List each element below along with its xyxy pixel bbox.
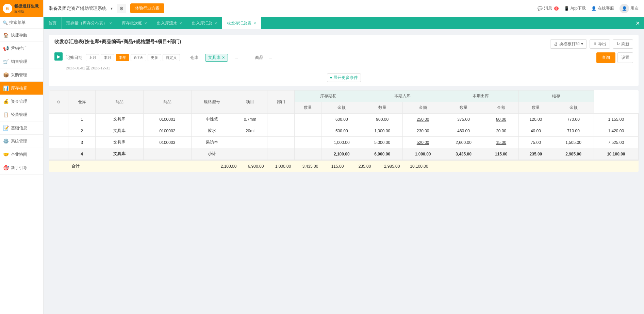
date-btn-last-month[interactable]: 上月 [86,54,99,61]
row-dept [294,114,321,125]
row-open-amt: 1,000.00 [362,125,402,137]
row-close-amt: 7,525.00 [594,137,638,148]
sidebar-item-quick-nav[interactable]: 🏠 快捷导航 [0,29,43,42]
tab-home[interactable]: 首页 [44,17,62,29]
message-button[interactable]: 💬 消息 6 [538,5,559,11]
row-in-amt: 460.00 [443,125,484,137]
row-in-qty[interactable]: 250.00 [402,114,443,125]
tab-close-summary[interactable]: ✕ [214,21,217,25]
date-btn-this-year[interactable]: 本年 [116,54,129,61]
query-button[interactable]: 查询 [596,52,615,63]
row-open-amt: 6,900.00 [362,148,402,160]
warehouse-tag: 文具库 ✕ [205,54,228,62]
date-btn-7days[interactable]: 近7天 [131,54,146,61]
row-out-qty[interactable]: 20.00 [484,125,518,137]
date-btn-custom[interactable]: 自定义 [163,54,180,61]
data-table-container: ⚙ 仓库 商品 商品 规格型号 项目 部门 库存期初 本期入库 本期出库 结存 … [49,90,639,172]
col-in-amt: 金额 [402,102,443,114]
download-icon: 📱 [564,6,569,11]
sidebar-item-operation[interactable]: 📋 经营管理 [0,108,43,121]
logo-text: 畅捷通好生意 标准版 [14,3,39,14]
sidebar-item-marketing[interactable]: 📢 营销推广 [0,42,43,55]
sidebar-item-inventory[interactable]: 📊 库存核算 [0,82,43,95]
tab-current-stock[interactable]: 现存量（库存分布表） ✕ [62,17,117,29]
tab-summary[interactable]: 出入库汇总 ✕ [187,17,222,29]
sidebar-item-enterprise[interactable]: 🤝 企业协同 [0,148,43,161]
sidebar-item-sales[interactable]: 🛒 销售管理 [0,55,43,68]
sidebar-item-system[interactable]: ⚙️ 系统管理 [0,135,43,148]
expand-conditions-button[interactable]: ▾ 展开更多条件 [327,73,361,82]
tab-batch[interactable]: 库存批次账 ✕ [117,17,152,29]
user-button[interactable]: 👤 用友 [620,4,639,13]
warehouse-tag-close[interactable]: ✕ [222,55,225,60]
sidebar-item-finance[interactable]: 💰 资金管理 [0,95,43,108]
sidebar-item-guide[interactable]: 🎯 新手引导 [0,161,43,175]
enterprise-icon: 🤝 [3,151,9,158]
row-open-amt: 5,000.00 [362,137,402,148]
warehouse-more[interactable]: ... [235,55,238,60]
settings-button[interactable]: 设置 [617,52,633,63]
tab-receipt-summary[interactable]: 收发存汇总表 ✕ [222,17,261,29]
row-goods-name: 中性笔 [191,114,233,125]
row-close-amt: 10,100.00 [594,148,638,160]
row-in-qty[interactable]: 230.00 [402,125,443,137]
filter-toggle-button[interactable]: ▶ [54,52,63,61]
app-download-button[interactable]: 📱 App下载 [564,5,586,11]
topbar-left: 装备及固定资产辅助管理系统 ▾ ⚙ 体验行业方案 [49,3,164,13]
system-icon: ⚙️ [3,138,9,144]
row-out-qty[interactable]: 15.00 [484,137,518,148]
row-close-amt: 1,155.00 [594,114,638,125]
row-warehouse: 文具库 [95,148,143,160]
footer-close-qty: 2,985.00 [378,164,406,169]
tabbar-close-all[interactable]: ✕ [631,17,644,29]
row-goods-code: 0100003 [143,137,191,148]
sidebar-item-basic-info[interactable]: 📝 基础信息 [0,121,43,135]
message-badge: 6 [554,6,559,11]
row-in-qty[interactable]: 520.00 [402,137,443,148]
col-settings-header[interactable]: ⚙ [49,90,68,114]
export-button[interactable]: ⬆ 导出 [590,39,610,49]
row-in-qty: 1,000.00 [402,148,443,160]
row-settings-cell [49,125,68,137]
table-footer: 合计 2,100.00 6,900.00 1,000.00 3,435.00 1… [49,160,639,172]
tab-flow[interactable]: 出入库流水 ✕ [152,17,187,29]
settings-gear-button[interactable]: ⚙ [117,4,126,13]
page-title: 收发存汇总表(按仓库+商品编码+商品+规格型号+项目+部门) [54,39,181,45]
row-goods-name: 采访本 [191,137,233,148]
goods-more[interactable]: ... [269,55,272,60]
sidebar-item-purchase[interactable]: 📦 采购管理 [0,68,43,82]
row-open-qty: 2,100.00 [321,148,362,160]
row-close-qty: 770.00 [553,114,594,125]
app-logo: 6 畅捷通好生意 标准版 [0,0,43,17]
footer-in-amt: 3,435.00 [297,164,324,169]
row-open-qty: 500.00 [321,125,362,137]
date-btn-more[interactable]: 更多 [148,54,161,61]
col-opening-header: 库存期初 [294,90,362,102]
trial-button[interactable]: 体验行业方案 [130,3,164,13]
tab-close-current-stock[interactable]: ✕ [109,21,112,25]
refresh-button[interactable]: ↻ 刷新 [613,39,633,49]
row-no: 3 [68,137,95,148]
sidebar-item-search[interactable]: 🔍 搜索菜单 [0,17,43,29]
table-row: 3文具库0100003采访本1,000.005,000.00520.002,60… [49,137,639,148]
row-in-amt: 375.00 [443,114,484,125]
template-print-button[interactable]: 🖨 换模板打印 ▾ [550,39,587,49]
row-goods-name: 小计 [191,148,233,160]
row-out-qty[interactable]: 80.00 [484,114,518,125]
row-settings-cell [49,114,68,125]
topbar: 装备及固定资产辅助管理系统 ▾ ⚙ 体验行业方案 💬 消息 6 📱 App下载 … [44,0,644,17]
table-row: 2文具库0100002胶水20ml500.001,000.00230.00460… [49,125,639,137]
online-service-button[interactable]: 👤 在线客服 [591,5,614,11]
system-title-dropdown[interactable]: ▾ [111,6,113,11]
row-goods-spec: 0.7mm [233,114,267,125]
export-icon: ⬆ [593,42,597,46]
date-buttons: 上月 本月 本年 近7天 更多 自定义 [86,54,180,61]
tab-close-receipt-summary[interactable]: ✕ [253,21,256,25]
tab-close-flow[interactable]: ✕ [179,21,182,25]
date-btn-this-month[interactable]: 本月 [101,54,114,61]
row-dept [294,137,321,148]
service-icon: 👤 [591,6,596,11]
row-goods-spec: 20ml [233,125,267,137]
guide-icon: 🎯 [3,165,9,171]
tab-close-batch[interactable]: ✕ [144,21,147,25]
